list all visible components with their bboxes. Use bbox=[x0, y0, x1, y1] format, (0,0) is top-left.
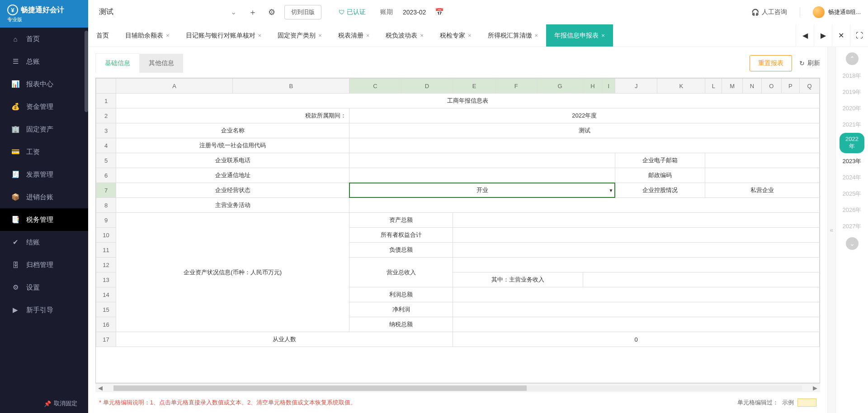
cell[interactable] bbox=[453, 302, 820, 317]
column-header[interactable]: L bbox=[705, 79, 722, 94]
calendar-icon[interactable]: 📅 bbox=[435, 8, 444, 16]
cell[interactable] bbox=[349, 168, 615, 183]
cell[interactable] bbox=[453, 213, 820, 228]
tab-close-icon[interactable]: × bbox=[535, 32, 538, 39]
year-item[interactable]: 2023年 bbox=[836, 153, 868, 169]
cell[interactable] bbox=[705, 153, 820, 168]
cell[interactable]: 所有者权益合计 bbox=[349, 228, 453, 243]
cell[interactable]: 企业资产状况信息(币种：人民币万元) bbox=[116, 213, 349, 332]
column-header[interactable]: O bbox=[761, 79, 781, 94]
refresh-button[interactable]: ↻ 刷新 bbox=[799, 59, 820, 67]
row-header[interactable]: 14 bbox=[96, 287, 116, 302]
year-down-button[interactable]: ⌄ bbox=[846, 237, 859, 250]
cell[interactable]: 企业电子邮箱 bbox=[615, 153, 705, 168]
sidebar-item-archive[interactable]: 🗄归档管理 bbox=[0, 253, 88, 276]
cell[interactable]: 0 bbox=[453, 332, 820, 347]
cell[interactable]: 企业经营状态 bbox=[116, 183, 349, 198]
tab[interactable]: 固定资产类别× bbox=[269, 24, 330, 47]
sidebar-item-asset[interactable]: 🏢固定资产 bbox=[0, 118, 88, 141]
subtab-other[interactable]: 其他信息 bbox=[140, 54, 183, 73]
row-header[interactable]: 5 bbox=[96, 153, 116, 168]
column-header[interactable]: Q bbox=[800, 79, 820, 94]
tab-close-icon[interactable]: × bbox=[468, 32, 472, 39]
column-header[interactable]: C bbox=[349, 79, 401, 94]
cell[interactable] bbox=[583, 272, 820, 287]
column-header[interactable]: H bbox=[583, 79, 602, 94]
column-header[interactable]: D bbox=[401, 79, 453, 94]
cell[interactable]: 企业通信地址 bbox=[116, 168, 349, 183]
cell[interactable]: 净利润 bbox=[349, 302, 453, 317]
cell[interactable] bbox=[453, 228, 820, 243]
year-item[interactable]: 2021年 bbox=[836, 117, 868, 133]
tab-scroll-right[interactable]: ▶ bbox=[814, 24, 832, 47]
cell[interactable] bbox=[453, 317, 820, 332]
sidebar-item-salary[interactable]: 💳工资 bbox=[0, 141, 88, 163]
sidebar-item-tax[interactable]: 📑税务管理 bbox=[0, 208, 88, 231]
column-header[interactable]: P bbox=[781, 79, 799, 94]
year-item[interactable]: 2027年 bbox=[836, 218, 868, 235]
column-header[interactable]: N bbox=[742, 79, 761, 94]
sidebar-item-invoice[interactable]: 🧾发票管理 bbox=[0, 163, 88, 186]
sidebar-item-inventory[interactable]: 📦进销台账 bbox=[0, 186, 88, 208]
year-item[interactable]: 2020年 bbox=[836, 100, 868, 117]
row-header[interactable]: 7 bbox=[96, 183, 116, 198]
select-all-cell[interactable] bbox=[96, 79, 116, 94]
cell[interactable] bbox=[349, 153, 615, 168]
column-header[interactable]: I bbox=[602, 79, 615, 94]
fullscreen-button[interactable]: ⛶ bbox=[850, 24, 868, 47]
column-header[interactable]: M bbox=[722, 79, 742, 94]
selected-cell[interactable]: 开业▼ bbox=[349, 183, 615, 198]
tab-close-icon[interactable]: × bbox=[366, 32, 370, 39]
cell[interactable]: 其中：主营业务收入 bbox=[453, 272, 583, 287]
tab[interactable]: 税表清册× bbox=[330, 24, 378, 47]
year-item[interactable]: 2025年 bbox=[836, 186, 868, 202]
column-header[interactable]: J bbox=[615, 79, 657, 94]
tab[interactable]: 日记账与银行对账单核对× bbox=[178, 24, 270, 47]
tab-close-all[interactable]: ✕ bbox=[832, 24, 850, 47]
company-selector[interactable]: 测试 ⌄ bbox=[95, 5, 240, 19]
row-header[interactable]: 6 bbox=[96, 168, 116, 183]
support-link[interactable]: 🎧 人工咨询 bbox=[751, 8, 787, 16]
sidebar-item-home[interactable]: ⌂首页 bbox=[0, 28, 88, 50]
cell[interactable]: 注册号/统一社会信用代码 bbox=[116, 138, 349, 153]
cell[interactable] bbox=[349, 198, 820, 213]
subtab-basic[interactable]: 基础信息 bbox=[95, 53, 140, 73]
tab-close-icon[interactable]: × bbox=[166, 32, 170, 39]
year-panel-collapse[interactable]: « bbox=[827, 47, 835, 413]
column-header[interactable]: F bbox=[495, 79, 537, 94]
sidebar-item-chart[interactable]: 📊报表中心 bbox=[0, 73, 88, 95]
row-header[interactable]: 9 bbox=[96, 213, 116, 228]
scroll-right-arrow[interactable]: ▶ bbox=[810, 385, 820, 391]
sidebar-item-settings[interactable]: ⚙设置 bbox=[0, 276, 88, 299]
cell[interactable]: 企业联系电话 bbox=[116, 153, 349, 168]
cell[interactable]: 2022年度 bbox=[349, 108, 820, 123]
cell[interactable] bbox=[453, 243, 820, 258]
tab[interactable]: 税检专家× bbox=[432, 24, 480, 47]
sidebar-item-guide[interactable]: ▶新手引导 bbox=[0, 299, 88, 321]
row-header[interactable]: 17 bbox=[96, 332, 116, 347]
tab-close-icon[interactable]: × bbox=[258, 32, 262, 39]
horizontal-scrollbar[interactable]: ◀ ▶ bbox=[95, 383, 820, 392]
tab[interactable]: 目辅助余额表× bbox=[117, 24, 178, 47]
row-header[interactable]: 15 bbox=[96, 302, 116, 317]
column-header[interactable]: B bbox=[233, 79, 349, 94]
row-header[interactable]: 4 bbox=[96, 138, 116, 153]
switch-old-version-button[interactable]: 切到旧版 bbox=[284, 5, 321, 19]
cell[interactable]: 从业人数 bbox=[116, 332, 453, 347]
tab[interactable]: 税负波动表× bbox=[377, 24, 432, 47]
row-header[interactable]: 3 bbox=[96, 123, 116, 138]
year-item[interactable]: 2019年 bbox=[836, 84, 868, 100]
cell[interactable]: 税款所属期间： bbox=[116, 108, 349, 123]
tab-close-icon[interactable]: × bbox=[601, 32, 605, 39]
unpin-button[interactable]: 📌 取消固定 bbox=[0, 394, 88, 413]
cell[interactable]: 资产总额 bbox=[349, 213, 453, 228]
spreadsheet[interactable]: ABCDEFGHIJKLMNOPQ1工商年报信息表2税款所属期间：2022年度3… bbox=[95, 78, 820, 383]
sidebar-item-close[interactable]: ✔结账 bbox=[0, 231, 88, 253]
cell[interactable] bbox=[349, 138, 820, 153]
tab[interactable]: 所得税汇算清缴× bbox=[480, 24, 547, 47]
row-header[interactable]: 10 bbox=[96, 228, 116, 243]
cell[interactable]: 私营企业 bbox=[705, 183, 820, 198]
settings-icon[interactable]: ⚙ bbox=[265, 6, 278, 19]
dropdown-icon[interactable]: ▼ bbox=[609, 188, 613, 193]
tab-scroll-left[interactable]: ◀ bbox=[796, 24, 814, 47]
